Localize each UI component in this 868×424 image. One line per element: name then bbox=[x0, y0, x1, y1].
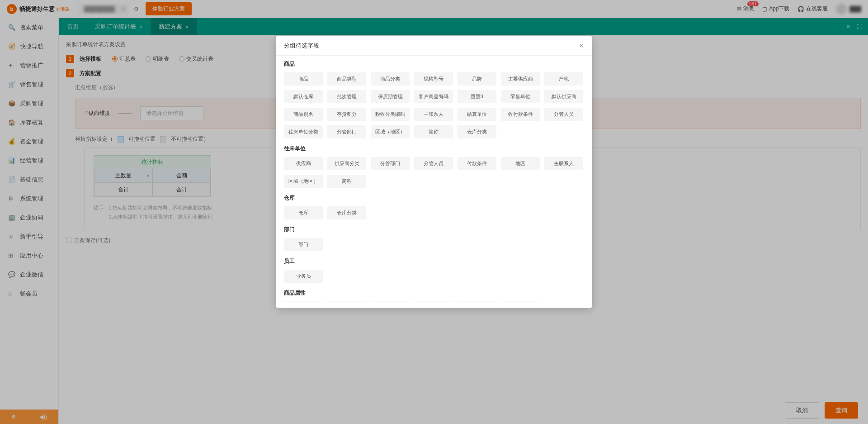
field-tags: 仓库仓库分类 bbox=[284, 206, 590, 219]
field-group-3: 部门部门 bbox=[284, 226, 590, 251]
modal-body[interactable]: 商品商品商品类型商品分类规格型号品牌主要供应商产地默认仓库批次管理保质期管理客户… bbox=[276, 56, 592, 302]
field-tag[interactable]: 商品类型 bbox=[327, 72, 366, 86]
field-tag[interactable]: 往来单位分类 bbox=[284, 125, 323, 138]
field-group-title: 仓库 bbox=[284, 194, 590, 202]
field-tag[interactable]: 区域（地区） bbox=[284, 175, 323, 188]
field-tag[interactable]: 供应商分类 bbox=[327, 157, 366, 170]
field-tag[interactable]: 默认仓库 bbox=[284, 90, 323, 103]
modal-title: 分组待选字段 bbox=[284, 42, 319, 50]
field-group-0: 商品商品商品类型商品分类规格型号品牌主要供应商产地默认仓库批次管理保质期管理客户… bbox=[284, 60, 590, 138]
field-tag[interactable]: 产地 bbox=[544, 72, 583, 86]
field-group-title: 员工 bbox=[284, 257, 590, 265]
field-tag[interactable]: 分管人员 bbox=[414, 157, 453, 170]
field-tag[interactable]: 分管人员 bbox=[544, 108, 583, 121]
field-group-4: 员工业务员 bbox=[284, 257, 590, 283]
field-tag[interactable]: 结算单位 bbox=[458, 108, 496, 121]
field-tag[interactable]: 地区 bbox=[501, 157, 540, 170]
modal-mask: 分组待选字段 ✕ 商品商品商品类型商品分类规格型号品牌主要供应商产地默认仓库批次… bbox=[0, 0, 868, 424]
field-tag[interactable]: 简称 bbox=[414, 125, 453, 138]
field-group-title: 商品 bbox=[284, 60, 590, 68]
field-tag[interactable]: 部门 bbox=[284, 238, 323, 251]
field-group-title: 往来单位 bbox=[284, 145, 590, 152]
field-group-5: 商品属性属性颜色多规格尺码鞋码1 bbox=[284, 289, 590, 302]
field-tag[interactable]: 分管部门 bbox=[327, 125, 366, 138]
field-tag[interactable]: 仓库 bbox=[284, 206, 323, 219]
field-tag[interactable]: 重量3 bbox=[458, 90, 496, 103]
field-tags: 商品商品类型商品分类规格型号品牌主要供应商产地默认仓库批次管理保质期管理客户商品… bbox=[284, 72, 590, 138]
field-group-title: 部门 bbox=[284, 226, 590, 233]
field-tags: 业务员 bbox=[284, 270, 590, 283]
field-tag[interactable]: 规格型号 bbox=[414, 72, 453, 86]
field-selector-modal: 分组待选字段 ✕ 商品商品商品类型商品分类规格型号品牌主要供应商产地默认仓库批次… bbox=[276, 36, 592, 308]
field-tag[interactable]: 保质期管理 bbox=[371, 90, 410, 103]
field-tag[interactable]: 付款条件 bbox=[458, 157, 496, 170]
field-tags: 供应商供应商分类分管部门分管人员付款条件地区主联系人区域（地区）简称 bbox=[284, 157, 590, 188]
field-tag[interactable]: 分管部门 bbox=[371, 157, 410, 170]
field-tag[interactable]: 客户商品编码 bbox=[414, 90, 453, 103]
field-group-title: 商品属性 bbox=[284, 289, 590, 297]
field-tag[interactable]: 仓库分类 bbox=[327, 206, 366, 219]
field-tag[interactable]: 主联系人 bbox=[414, 108, 453, 121]
field-tag[interactable]: 批次管理 bbox=[327, 90, 366, 103]
modal-header: 分组待选字段 ✕ bbox=[276, 36, 592, 56]
field-tag[interactable]: 业务员 bbox=[284, 270, 323, 283]
field-tag[interactable]: 简称 bbox=[327, 175, 366, 188]
field-tag[interactable]: 供应商 bbox=[284, 157, 323, 170]
field-tag[interactable]: 收付款条件 bbox=[501, 108, 540, 121]
field-tag[interactable]: 商品分类 bbox=[371, 72, 410, 86]
field-tag[interactable]: 税收分类编码 bbox=[371, 108, 410, 121]
field-group-2: 仓库仓库仓库分类 bbox=[284, 194, 590, 219]
field-tags: 部门 bbox=[284, 238, 590, 251]
field-tag[interactable]: 区域（地区） bbox=[371, 125, 410, 138]
field-tag[interactable]: 商品别名 bbox=[284, 108, 323, 121]
field-tag[interactable]: 存货积分 bbox=[327, 108, 366, 121]
field-tag[interactable]: 品牌 bbox=[458, 72, 496, 86]
field-tag[interactable]: 商品 bbox=[284, 72, 323, 86]
field-tag[interactable]: 默认供应商 bbox=[544, 90, 583, 103]
field-group-1: 往来单位供应商供应商分类分管部门分管人员付款条件地区主联系人区域（地区）简称 bbox=[284, 145, 590, 188]
field-tag[interactable]: 仓库分类 bbox=[458, 125, 496, 138]
field-tag[interactable]: 零售单位 bbox=[501, 90, 540, 103]
field-tag[interactable]: 主要供应商 bbox=[501, 72, 540, 86]
modal-hscrollbar[interactable] bbox=[278, 302, 590, 306]
field-tag[interactable]: 主联系人 bbox=[544, 157, 583, 170]
close-icon[interactable]: ✕ bbox=[579, 42, 584, 49]
